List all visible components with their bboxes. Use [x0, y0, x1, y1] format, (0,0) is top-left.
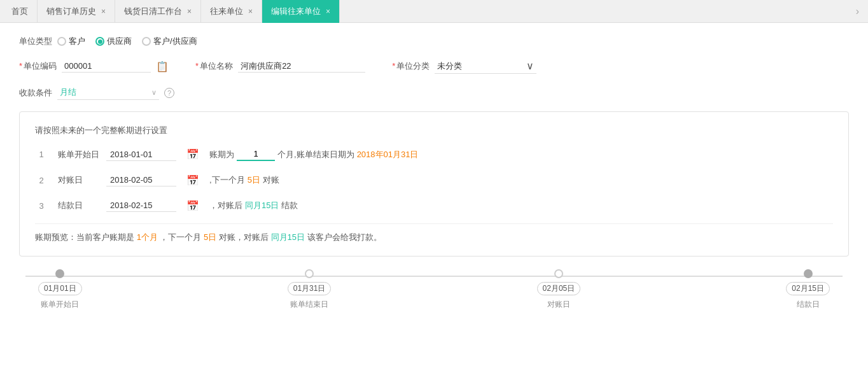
- preview-1month: 1个月: [137, 232, 158, 242]
- suffix-after-1: 个月,账单结束日期为: [277, 149, 354, 160]
- radio-group-unit-type: 客户 供应商 客户/供应商: [57, 36, 197, 47]
- row-label-1: 账单开始日: [58, 149, 96, 160]
- unit-category-value: 未分类: [437, 60, 462, 72]
- timeline-label-3: 对账日: [547, 299, 570, 310]
- suffix-before-2: ,下一个月: [209, 174, 245, 186]
- radio-circle-both: [142, 37, 151, 46]
- timeline-dot-4: [804, 269, 813, 278]
- radio-supplier[interactable]: 供应商: [95, 36, 132, 47]
- payment-terms-group: 收款条件 月结 ∨ ?: [19, 85, 174, 100]
- period-row-3: 3 结款日 2018-02-15 📅 ，对账后 同月15日 结款: [35, 199, 833, 212]
- timeline-dot-2: [305, 269, 314, 278]
- period-rows: 1 账单开始日 2018-01-01 📅 账期为 个月,账单结束日期为 2018…: [35, 148, 833, 212]
- period-end-date: 2018年01月31日: [357, 149, 419, 160]
- suffix-after-2: 对账: [263, 174, 279, 186]
- radio-both[interactable]: 客户/供应商: [142, 36, 197, 47]
- unit-type-row: 单位类型 客户 供应商 客户/供应商: [19, 36, 849, 47]
- timeline-label-4: 结款日: [797, 299, 820, 310]
- payment-terms-value: 月结: [60, 87, 76, 98]
- preview-suffix: 该客户会给我打款。: [307, 232, 382, 242]
- unit-code-label: *单位编码: [19, 60, 57, 72]
- timeline-date-4: 02月15日: [786, 282, 830, 295]
- unit-name-input[interactable]: [238, 60, 365, 73]
- tab-sales-history[interactable]: 销售订单历史 ×: [38, 0, 115, 23]
- tab-partners[interactable]: 往来单位 ×: [201, 0, 262, 23]
- suffix-after-3: 结款: [281, 200, 298, 211]
- payment-terms-row: 收款条件 月结 ∨ ?: [19, 85, 849, 100]
- reconcile-day: 5日: [248, 174, 260, 186]
- radio-customer[interactable]: 客户: [57, 36, 85, 47]
- copy-icon[interactable]: 📋: [156, 60, 169, 73]
- main-content: 单位类型 客户 供应商 客户/供应商 *单位编码: [0, 23, 868, 387]
- row-date-1: 2018-01-01: [106, 148, 176, 161]
- timeline-label-2: 账单结束日: [290, 299, 328, 310]
- chevron-down-icon: ∨: [526, 60, 534, 72]
- payment-terms-label: 收款条件: [19, 87, 52, 99]
- tab-close-cash-work[interactable]: ×: [187, 7, 192, 16]
- radio-circle-customer: [57, 37, 66, 46]
- cal-icon-3[interactable]: 📅: [186, 200, 199, 212]
- unit-type-group: 单位类型 客户 供应商 客户/供应商: [19, 36, 197, 47]
- radio-circle-supplier: [95, 37, 104, 46]
- period-row-2: 2 对账日 2018-02-05 📅 ,下一个月 5日 对账: [35, 174, 833, 186]
- unit-type-label: 单位类型: [19, 36, 52, 47]
- row-num-2: 2: [35, 176, 48, 185]
- timeline-date-2: 01月31日: [288, 282, 332, 295]
- row-num-1: 1: [35, 150, 48, 159]
- tab-close-edit-partner[interactable]: ×: [326, 7, 330, 16]
- tab-more-button[interactable]: ›: [850, 6, 865, 17]
- timeline-date-3: 02月05日: [537, 282, 581, 295]
- suffix-before-3: ，对账后: [209, 200, 242, 211]
- timeline-point-2: 01月31日 账单结束日: [288, 269, 332, 310]
- row-date-3: 2018-02-15: [106, 199, 176, 212]
- suffix-before-1: 账期为: [209, 149, 234, 160]
- preview-prefix: 账期预览：当前客户账期是: [35, 232, 134, 242]
- timeline-label-1: 账单开始日: [41, 299, 79, 310]
- tab-close-sales-history[interactable]: ×: [101, 7, 106, 16]
- period-settings-section: 请按照未来的一个完整帐期进行设置 1 账单开始日 2018-01-01 📅 账期…: [19, 111, 849, 257]
- row-suffix-1: 账期为 个月,账单结束日期为 2018年01月31日: [209, 148, 418, 161]
- radio-label-both: 客户/供应商: [153, 36, 197, 47]
- help-icon[interactable]: ?: [164, 88, 174, 98]
- radio-label-supplier: 供应商: [107, 36, 132, 47]
- payment-terms-chevron-icon: ∨: [151, 88, 157, 97]
- row-label-3: 结款日: [58, 200, 96, 211]
- row-date-2: 2018-02-05: [106, 174, 176, 186]
- row-label-2: 对账日: [58, 174, 96, 186]
- unit-code-group: *单位编码 📋: [19, 60, 169, 73]
- timeline-point-3: 02月05日 对账日: [537, 269, 581, 310]
- preview-day5: 5日: [204, 232, 216, 242]
- section-title: 请按照未来的一个完整帐期进行设置: [35, 125, 833, 136]
- timeline-dot-1: [55, 269, 64, 278]
- timeline-point-1: 01月01日 账单开始日: [38, 269, 82, 310]
- unit-category-label: *单位分类: [392, 60, 430, 72]
- preview-day15: 同月15日: [271, 232, 305, 242]
- period-months-input[interactable]: [237, 148, 275, 161]
- tab-edit-partner[interactable]: 编辑往来单位 ×: [262, 0, 340, 23]
- preview-mid: ，下一个月: [160, 232, 201, 242]
- unit-name-group: *单位名称: [195, 60, 365, 73]
- tab-cash-work[interactable]: 钱货日清工作台 ×: [115, 0, 201, 23]
- row-num-3: 3: [35, 201, 48, 211]
- tab-bar: 首页 销售订单历史 × 钱货日清工作台 × 往来单位 × 编辑往来单位 × ›: [0, 0, 868, 23]
- period-row-1: 1 账单开始日 2018-01-01 📅 账期为 个月,账单结束日期为 2018…: [35, 148, 833, 161]
- cal-icon-2[interactable]: 📅: [186, 174, 199, 186]
- cal-icon-1[interactable]: 📅: [186, 148, 199, 160]
- unit-category-group: *单位分类 未分类 ∨: [392, 59, 536, 74]
- unit-info-row: *单位编码 📋 *单位名称 *单位分类 未分类 ∨: [19, 59, 849, 74]
- timeline-container: 01月01日 账单开始日 01月31日 账单结束日 02月05日 对账日 02月…: [19, 269, 849, 310]
- row-suffix-3: ，对账后 同月15日 结款: [209, 200, 298, 211]
- unit-name-label: *单位名称: [195, 60, 233, 72]
- timeline-dot-3: [554, 269, 563, 278]
- tab-close-partners[interactable]: ×: [248, 7, 253, 16]
- timeline-date-1: 01月01日: [38, 282, 82, 295]
- preview-section: 账期预览：当前客户账期是 1个月 ，下一个月 5日 对账，对账后 同月15日 该…: [35, 223, 833, 243]
- row-suffix-2: ,下一个月 5日 对账: [209, 174, 279, 186]
- payment-day: 同月15日: [245, 200, 279, 211]
- payment-terms-dropdown[interactable]: 月结 ∨: [57, 85, 159, 100]
- radio-label-customer: 客户: [69, 36, 85, 47]
- unit-code-input[interactable]: [62, 60, 151, 73]
- unit-category-dropdown[interactable]: 未分类 ∨: [435, 59, 536, 74]
- timeline-point-4: 02月15日 结款日: [786, 269, 830, 310]
- tab-home[interactable]: 首页: [3, 0, 38, 23]
